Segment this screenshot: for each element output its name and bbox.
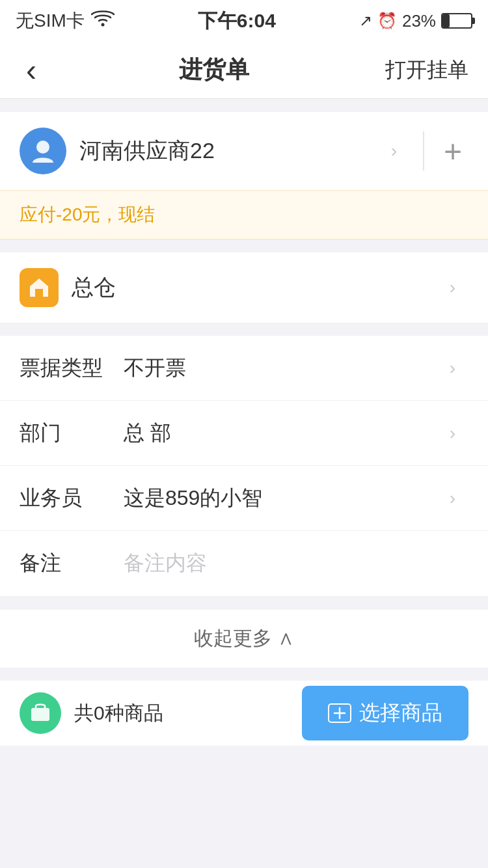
supplier-chevron-icon: › — [391, 141, 397, 161]
section-gap-1 — [0, 99, 488, 112]
battery-label: 23% — [402, 11, 436, 31]
department-label: 部门 — [20, 419, 111, 448]
remark-row[interactable]: 备注 备注内容 — [0, 531, 488, 596]
select-product-button[interactable]: 选择商品 — [302, 686, 468, 740]
status-right: ↗ ⏰ 23% — [359, 11, 472, 31]
product-icon — [20, 692, 61, 734]
department-row[interactable]: 部门 总 部 › — [0, 401, 488, 466]
svg-rect-2 — [35, 289, 43, 297]
warehouse-name: 总仓 — [72, 273, 450, 303]
status-bar: 无SIM卡 下午6:04 ↗ ⏰ 23% — [0, 0, 488, 42]
invoice-type-chevron-icon: › — [450, 358, 455, 379]
bottom-area — [0, 746, 488, 868]
alert-banner: 应付-20元，现结 — [0, 190, 488, 239]
open-pending-button[interactable]: 打开挂单 — [385, 56, 468, 85]
svg-rect-3 — [31, 708, 49, 721]
svg-point-0 — [101, 23, 104, 26]
supplier-name: 河南供应商22 — [79, 136, 391, 166]
invoice-type-row[interactable]: 票据类型 不开票 › — [0, 336, 488, 401]
location-icon: ↗ — [359, 12, 372, 30]
department-chevron-icon: › — [450, 423, 455, 444]
supplier-row[interactable]: 河南供应商22 › + — [0, 112, 488, 190]
status-left: 无SIM卡 — [16, 8, 115, 33]
remark-label: 备注 — [20, 549, 111, 578]
collapse-label[interactable]: 收起更多 ∧ — [194, 625, 293, 652]
battery-icon — [441, 13, 472, 29]
back-button[interactable]: ‹ — [20, 46, 43, 94]
add-supplier-button[interactable]: + — [437, 133, 468, 169]
nav-title: 进货单 — [179, 54, 249, 86]
warehouse-row[interactable]: 总仓 › — [0, 252, 488, 323]
carrier-label: 无SIM卡 — [16, 8, 85, 33]
product-footer: 共0种商品 选择商品 — [0, 681, 488, 746]
select-product-label: 选择商品 — [359, 699, 442, 727]
invoice-type-label: 票据类型 — [20, 354, 111, 383]
salesperson-value: 这是859的小智 — [111, 484, 468, 513]
salesperson-chevron-icon: › — [450, 488, 455, 509]
warehouse-icon — [20, 268, 59, 307]
salesperson-label: 业务员 — [20, 484, 111, 513]
warehouse-chevron-icon: › — [450, 277, 455, 298]
supplier-section: 河南供应商22 › + 应付-20元，现结 — [0, 112, 488, 239]
department-value: 总 部 — [111, 419, 468, 448]
nav-bar: ‹ 进货单 打开挂单 — [0, 42, 488, 99]
alarm-icon: ⏰ — [377, 12, 397, 30]
alert-text: 应付-20元，现结 — [20, 204, 155, 224]
supplier-avatar — [20, 128, 66, 174]
product-count-label: 共0种商品 — [74, 700, 302, 727]
status-time: 下午6:04 — [198, 8, 276, 34]
invoice-type-value: 不开票 — [111, 354, 468, 383]
form-section: 票据类型 不开票 › 部门 总 部 › 业务员 这是859的小智 › 备注 备注… — [0, 336, 488, 596]
supplier-divider — [423, 131, 424, 170]
collapse-row[interactable]: 收起更多 ∧ — [0, 609, 488, 668]
remark-placeholder[interactable]: 备注内容 — [111, 549, 468, 578]
salesperson-row[interactable]: 业务员 这是859的小智 › — [0, 466, 488, 531]
svg-point-1 — [36, 141, 49, 154]
wifi-icon — [91, 10, 115, 33]
